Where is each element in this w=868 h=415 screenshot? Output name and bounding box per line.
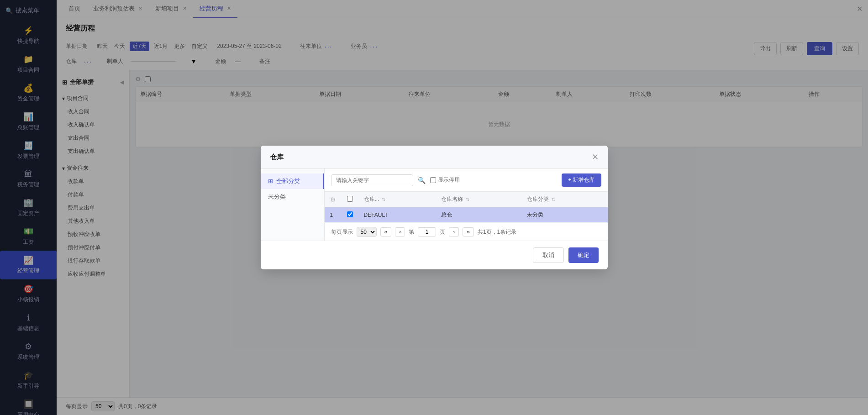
dialog-prev-page[interactable]: ‹	[395, 227, 405, 236]
dialog-next-page[interactable]: ›	[449, 227, 459, 236]
row-category: 未分类	[521, 207, 607, 223]
dialog-select-all[interactable]	[347, 196, 353, 202]
show-disabled-checkbox[interactable]	[430, 177, 436, 183]
dialog-sidebar-all-label: 全部分类	[276, 178, 300, 184]
dialog-page-size-label: 每页显示	[331, 228, 353, 236]
dialog-last-page[interactable]: »	[463, 227, 474, 236]
row-name: 总仓	[436, 207, 521, 223]
dialog-title: 仓库	[270, 153, 284, 162]
dialog-page-label: 第	[409, 228, 414, 236]
dialog-search-icon[interactable]: 🔍	[418, 177, 426, 184]
dialog-search-input[interactable]	[331, 174, 413, 186]
dialog-first-page[interactable]: «	[380, 227, 392, 236]
dialog-sidebar-uncat-label: 未分类	[268, 193, 286, 200]
dialog-footer-bar: 每页显示 50 « ‹ 第 页 › » 共1页，1条记录	[325, 223, 608, 241]
dialog-col-category: 仓库分类 ⇅	[521, 192, 607, 207]
row-code: DEFAULT	[358, 207, 436, 223]
dialog-total-info: 共1页，1条记录	[478, 228, 516, 236]
dialog-actions: 取消 确定	[261, 241, 608, 269]
sort-icon-category: ⇅	[552, 197, 555, 202]
dialog-page-size-select[interactable]: 50	[357, 227, 377, 237]
warehouse-dialog: 仓库 ✕ ⊞ 全部分类 未分类 🔍	[261, 146, 608, 269]
dialog-toolbar: 🔍 显示停用 + 新增仓库	[325, 169, 608, 192]
dialog-page-suffix: 页	[440, 228, 445, 236]
dialog-gear-icon[interactable]: ⚙	[330, 196, 336, 203]
dialog-col-code: 仓库... ⇅	[358, 192, 436, 207]
dialog-page-input[interactable]	[418, 227, 436, 236]
dialog-table-row[interactable]: 1 DEFAULT 总仓 未分类	[325, 207, 608, 223]
modal-overlay: 仓库 ✕ ⊞ 全部分类 未分类 🔍	[0, 0, 868, 415]
dialog-content: 🔍 显示停用 + 新增仓库 ⚙	[325, 169, 608, 241]
dialog-header: 仓库 ✕	[261, 146, 608, 169]
dialog-sidebar-uncategorized[interactable]: 未分类	[261, 189, 324, 205]
sort-icon-code: ⇅	[382, 197, 385, 202]
dialog-col-checkbox	[342, 192, 358, 207]
show-disabled-text: 显示停用	[438, 176, 460, 184]
confirm-button[interactable]: 确定	[568, 247, 599, 263]
show-disabled-label[interactable]: 显示停用	[430, 176, 460, 184]
dialog-body: ⊞ 全部分类 未分类 🔍 显示停用 + 新增仓库	[261, 169, 608, 241]
dialog-table: ⚙ 仓库... ⇅ 仓库名称 ⇅	[325, 192, 608, 223]
add-warehouse-button[interactable]: + 新增仓库	[562, 173, 601, 187]
dialog-col-gear: ⚙	[325, 192, 342, 207]
dialog-sidebar-all-category[interactable]: ⊞ 全部分类	[261, 173, 324, 189]
row-checkbox-input[interactable]	[347, 211, 353, 217]
dialog-table-wrapper: ⚙ 仓库... ⇅ 仓库名称 ⇅	[325, 192, 608, 223]
dialog-sidebar: ⊞ 全部分类 未分类	[261, 169, 325, 241]
row-index: 1	[325, 207, 342, 223]
dialog-col-name: 仓库名称 ⇅	[436, 192, 521, 207]
sort-icon-name: ⇅	[466, 197, 469, 202]
dialog-close-icon[interactable]: ✕	[592, 152, 599, 162]
grid-icon: ⊞	[268, 178, 273, 184]
cancel-button[interactable]: 取消	[533, 247, 564, 263]
row-checkbox[interactable]	[342, 207, 358, 223]
